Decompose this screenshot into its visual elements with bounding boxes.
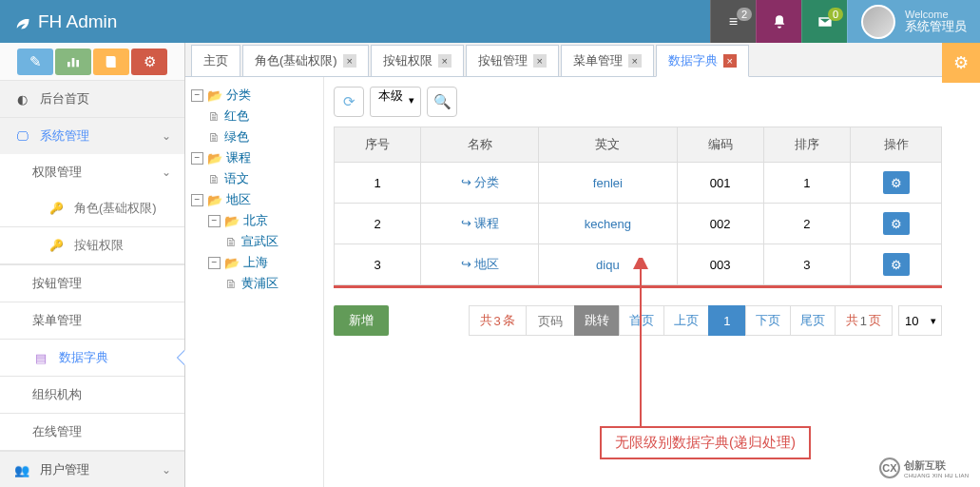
file-icon: 🗎 bbox=[208, 172, 221, 186]
tree-collapse-button[interactable]: − bbox=[208, 257, 221, 269]
shortcut-settings-button[interactable]: ⚙ bbox=[131, 49, 167, 75]
tab-settings-button[interactable]: ⚙ bbox=[942, 43, 980, 83]
tree-node[interactable]: 课程 bbox=[226, 149, 251, 166]
nav-system-mgmt[interactable]: 🖵系统管理⌄ bbox=[0, 118, 184, 154]
nav-user-mgmt[interactable]: 👥用户管理⌄ bbox=[0, 452, 184, 487]
tab-home[interactable]: 主页 bbox=[191, 45, 240, 76]
pager-total: 共3条 bbox=[469, 305, 527, 336]
book-icon: ▤ bbox=[32, 351, 49, 365]
row-name-link[interactable]: ↪课程 bbox=[461, 216, 499, 230]
tab-role[interactable]: 角色(基础权限)× bbox=[242, 45, 369, 76]
svg-rect-1 bbox=[72, 58, 75, 67]
refresh-icon: ⟳ bbox=[343, 93, 355, 110]
refresh-button[interactable]: ⟳ bbox=[334, 87, 364, 117]
tab-menu-mgmt[interactable]: 菜单管理× bbox=[561, 45, 654, 76]
pager-size-select[interactable]: 10 bbox=[898, 305, 942, 336]
watermark-logo: CX 创新互联 CHUANG XIN HU LIAN bbox=[879, 455, 974, 481]
pager-prev-button[interactable]: 上页 bbox=[663, 305, 709, 336]
user-menu[interactable]: Welcome 系统管理员 bbox=[847, 0, 980, 43]
header-mail-button[interactable]: 0 bbox=[801, 0, 847, 43]
brand-text: FH Admin bbox=[38, 11, 117, 32]
tree-collapse-button[interactable]: − bbox=[208, 215, 221, 227]
tree-node[interactable]: 分类 bbox=[226, 87, 251, 104]
pager: 共3条 跳转 首页 上页 1 下页 尾页 共1页 10 bbox=[470, 305, 942, 336]
file-icon: 🗎 bbox=[225, 277, 238, 291]
col-index: 序号 bbox=[335, 127, 421, 163]
row-settings-button[interactable]: ⚙ bbox=[883, 253, 910, 276]
nav-data-dict[interactable]: ▤数据字典 bbox=[0, 340, 184, 376]
row-name-link[interactable]: ↪地区 bbox=[461, 257, 499, 271]
file-icon: 🗎 bbox=[208, 130, 221, 145]
tree-collapse-button[interactable]: − bbox=[191, 89, 203, 102]
row-en-link[interactable]: kecheng bbox=[585, 217, 631, 231]
level-select[interactable]: 本级 bbox=[370, 87, 421, 117]
table-row: 3 ↪地区 diqu 003 3 ⚙ bbox=[335, 244, 942, 285]
search-button[interactable]: 🔍 bbox=[427, 87, 457, 117]
pager-jump-button[interactable]: 跳转 bbox=[574, 305, 620, 336]
annotation-callout: 无限级别数据字典(递归处理) bbox=[600, 426, 811, 459]
shortcut-chart-button[interactable] bbox=[55, 49, 91, 75]
pager-current[interactable]: 1 bbox=[708, 305, 746, 336]
book-icon bbox=[104, 54, 119, 69]
tree-node[interactable]: 上海 bbox=[243, 254, 268, 271]
tree-node[interactable]: 红色 bbox=[224, 107, 249, 125]
svg-rect-2 bbox=[76, 60, 79, 67]
key-icon: 🔑 bbox=[48, 202, 65, 215]
row-en-link[interactable]: diqu bbox=[596, 258, 620, 272]
row-settings-button[interactable]: ⚙ bbox=[883, 171, 910, 194]
file-icon: 🗎 bbox=[225, 235, 238, 249]
folder-icon: 📂 bbox=[207, 151, 222, 166]
close-icon[interactable]: × bbox=[438, 54, 452, 68]
nav-role-basic[interactable]: 🔑角色(基础权限) bbox=[0, 190, 184, 226]
nav-btn-perm[interactable]: 🔑按钮权限 bbox=[0, 227, 184, 263]
tab-btn-mgmt[interactable]: 按钮管理× bbox=[466, 45, 559, 76]
col-code: 编码 bbox=[677, 127, 763, 163]
nav-online-mgmt[interactable]: 在线管理 bbox=[0, 414, 184, 450]
gear-icon: ⚙ bbox=[891, 176, 902, 190]
tree-node[interactable]: 北京 bbox=[243, 212, 268, 229]
tree-node[interactable]: 宣武区 bbox=[241, 233, 279, 250]
desktop-icon: 🖵 bbox=[13, 129, 30, 144]
tree-collapse-button[interactable]: − bbox=[191, 152, 203, 165]
tab-btn-perm[interactable]: 按钮权限× bbox=[371, 45, 464, 76]
tree-panel: −📂分类 🗎红色 🗎绿色 −📂课程 🗎语文 −📂地区 −📂北京 🗎宣武区 −📂上… bbox=[185, 77, 324, 487]
add-button[interactable]: 新增 bbox=[334, 305, 389, 336]
shortcut-book-button[interactable] bbox=[93, 49, 129, 75]
nav-org[interactable]: 组织机构 bbox=[0, 377, 184, 413]
tree-node[interactable]: 绿色 bbox=[224, 128, 249, 146]
svg-rect-0 bbox=[67, 62, 70, 67]
bell-icon bbox=[772, 14, 787, 29]
row-name-link[interactable]: ↪分类 bbox=[461, 175, 499, 189]
sidebar: ✎ ⚙ ◐后台首页 🖵系统管理⌄ 权限管理⌄ 🔑角色(基础权限) 🔑按钮权限 bbox=[0, 43, 185, 487]
header-alerts-button[interactable] bbox=[756, 0, 801, 43]
close-icon[interactable]: × bbox=[533, 54, 547, 68]
pager-page-input[interactable] bbox=[526, 305, 575, 336]
header-tasks-button[interactable]: ≡ 2 bbox=[710, 0, 756, 43]
user-name: 系统管理员 bbox=[905, 20, 967, 33]
pager-first-button[interactable]: 首页 bbox=[619, 305, 664, 336]
gear-icon: ⚙ bbox=[953, 52, 969, 73]
close-icon[interactable]: × bbox=[628, 54, 642, 68]
avatar bbox=[861, 5, 895, 39]
row-en-link[interactable]: fenlei bbox=[593, 176, 623, 190]
nav-menu-mgmt[interactable]: 菜单管理 bbox=[0, 302, 184, 339]
tree-node[interactable]: 地区 bbox=[226, 191, 251, 208]
tree-collapse-button[interactable]: − bbox=[191, 194, 203, 206]
pager-next-button[interactable]: 下页 bbox=[745, 305, 791, 336]
tree-node[interactable]: 黄浦区 bbox=[241, 275, 279, 292]
nav-perm-mgmt[interactable]: 权限管理⌄ bbox=[0, 154, 184, 190]
row-settings-button[interactable]: ⚙ bbox=[883, 212, 910, 235]
close-icon[interactable]: × bbox=[343, 54, 356, 68]
tree-node[interactable]: 语文 bbox=[224, 170, 249, 187]
pager-last-button[interactable]: 尾页 bbox=[790, 305, 836, 336]
key-icon: 🔑 bbox=[48, 239, 65, 252]
nav-home[interactable]: ◐后台首页 bbox=[0, 81, 184, 117]
close-icon[interactable]: × bbox=[723, 54, 737, 68]
col-op: 操作 bbox=[851, 127, 942, 163]
folder-icon: 📂 bbox=[207, 88, 222, 103]
nav-btn-mgmt[interactable]: 按钮管理 bbox=[0, 265, 184, 302]
tab-data-dict[interactable]: 数据字典× bbox=[656, 45, 749, 77]
shortcut-edit-button[interactable]: ✎ bbox=[17, 49, 53, 75]
col-en: 英文 bbox=[539, 127, 677, 163]
forward-icon: ↪ bbox=[461, 175, 471, 189]
